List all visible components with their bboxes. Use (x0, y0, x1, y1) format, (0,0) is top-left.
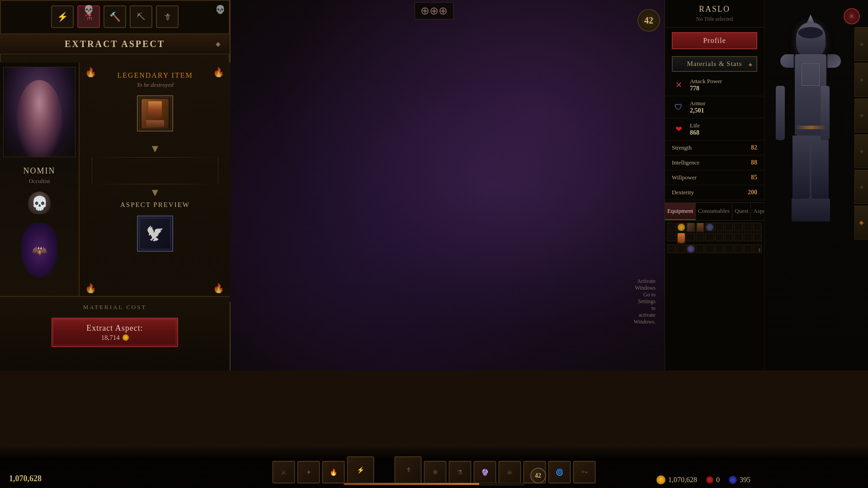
panel-diamond-icon: ◆ (216, 40, 221, 48)
skill-btn-5[interactable]: 🗡 (395, 456, 422, 483)
inv-cell-0-5[interactable] (715, 223, 724, 231)
willpower-value: 85 (751, 174, 757, 181)
inv-cell-2-4[interactable] (705, 244, 714, 253)
inv-cell-1-1[interactable] (677, 233, 685, 244)
profile-button[interactable]: Profile (672, 32, 757, 49)
bookmark-tabs: ◈ ◈ ◈ ◈ ◈ ◈ (854, 27, 868, 239)
armor-info: Armor 2,501 (690, 100, 757, 114)
tab-quest[interactable]: Quest (732, 203, 751, 220)
bookmark-1[interactable]: ◈ (854, 27, 868, 61)
inv-cell-0-9[interactable] (753, 223, 762, 231)
attack-power-label: Attack Power (690, 78, 757, 85)
activate-windows-text: Activate WindowsGo to Settings to activa… (633, 278, 656, 325)
bookmark-4[interactable]: ◈ (854, 134, 868, 168)
tab-equipment[interactable]: Equipment (665, 203, 696, 220)
leg-right (811, 136, 829, 199)
char-legs (793, 136, 829, 199)
boot-left (792, 199, 809, 221)
blood-icon (706, 476, 713, 483)
close-button[interactable]: × (844, 8, 860, 24)
skill-btn-12[interactable]: 🗝 (573, 461, 596, 483)
inv-cell-0-3[interactable] (696, 223, 704, 232)
bookmark-3[interactable]: ◈ (854, 99, 868, 132)
leg-left (793, 136, 810, 199)
inv-cell-1-8[interactable] (744, 233, 752, 241)
essence-icon (729, 476, 737, 484)
armor-row: 🛡 Armor 2,501 (665, 96, 764, 118)
inv-cell-2-2[interactable] (686, 244, 695, 253)
skill-btn-6[interactable]: ❄ (424, 461, 447, 483)
inv-cell-2-8[interactable] (744, 244, 752, 253)
extract-aspect-button[interactable]: Extract Aspect: 18,714 (52, 318, 178, 347)
skill-btn-9[interactable]: ☠ (499, 461, 521, 483)
bookmark-6-active[interactable]: ◈ (854, 206, 868, 239)
tab-consumables[interactable]: Consumables (696, 203, 732, 220)
bookmark-5[interactable]: ◈ (854, 170, 868, 204)
skill-btn-11[interactable]: 🌀 (548, 461, 571, 483)
legendary-item-slot[interactable] (137, 95, 173, 131)
inv-cell-1-3[interactable] (696, 233, 704, 241)
materials-stats-button[interactable]: Materials & Stats (672, 56, 757, 72)
player-level-badge: 42 (637, 9, 660, 32)
character-display-panel: ◈ ◈ ◈ ◈ ◈ ◈ (764, 0, 868, 371)
inv-cell-1-5[interactable] (715, 233, 724, 241)
ornament-line-top (92, 157, 218, 158)
inv-cell-0-2[interactable] (686, 223, 695, 232)
flame-tl: 🔥 (85, 67, 96, 78)
essence-amount: 395 (740, 476, 750, 484)
inv-cell-0-1[interactable] (677, 223, 685, 231)
aspect-preview-label: ASPECT PREVIEW (120, 201, 190, 209)
corner-skull-tr: 💀 (215, 5, 225, 14)
inv-cell-1-9[interactable] (753, 233, 762, 241)
inv-cell-0-8[interactable] (744, 223, 752, 231)
toolbar-craft-btn[interactable]: 🔨 (104, 5, 126, 28)
toolbar-socket-btn[interactable]: 🗡 (156, 5, 179, 28)
inv-cell-1-6[interactable] (725, 233, 733, 241)
toolbar-salvage-btn[interactable]: ⛏ (130, 5, 152, 28)
legendary-item-icon (142, 99, 169, 128)
inv-item-orb (678, 224, 685, 231)
skill-btn-8[interactable]: 🔮 (474, 461, 496, 483)
xp-bar (344, 483, 524, 485)
inv-cell-1-0[interactable] (667, 233, 676, 241)
attack-power-info: Attack Power 778 (690, 78, 757, 92)
inv-item-weapon (697, 223, 703, 231)
char-helmet (796, 23, 826, 56)
aspect-preview-slot[interactable] (137, 216, 173, 252)
inv-cell-2-6[interactable] (725, 244, 733, 253)
inv-cell-0-6[interactable] (725, 223, 733, 231)
char-shoulders (780, 54, 841, 136)
legendary-item-subtitle: To be destroyed (137, 81, 173, 89)
skill-btn-7[interactable]: ⚗ (449, 461, 472, 483)
life-info: Life 868 (690, 122, 757, 136)
inv-cell-1-4[interactable] (705, 233, 714, 241)
skill-btn-1[interactable]: ⚔ (273, 461, 295, 483)
inv-cell-2-0[interactable] (667, 244, 676, 253)
inv-cell-0-0[interactable] (667, 223, 676, 231)
extract-btn-label: Extract Aspect: (86, 324, 143, 333)
intelligence-value: 88 (751, 159, 757, 166)
skill-btn-3[interactable]: 🔥 (322, 461, 345, 483)
toolbar-enchant-btn[interactable]: ⚡ (51, 5, 74, 28)
inv-cell-1-2[interactable] (686, 233, 695, 241)
npc-ornament: 🦇 (21, 223, 57, 277)
intelligence-row: Intelligence 88 (665, 155, 764, 170)
player-title: No Title selected (672, 16, 757, 23)
intelligence-label: Intelligence (672, 159, 699, 166)
strength-label: Strength (672, 144, 692, 151)
flame-br: 🔥 (213, 283, 224, 294)
inv-cell-2-9[interactable]: 2 (753, 244, 762, 253)
inv-cell-2-7[interactable] (734, 244, 743, 253)
inventory-tabs: Equipment Consumables Quest Aspects (665, 202, 764, 221)
skill-btn-2[interactable]: ✦ (297, 461, 320, 483)
bookmark-2[interactable]: ◈ (854, 63, 868, 97)
inv-cell-0-7[interactable] (734, 223, 743, 231)
inv-cell-2-3[interactable] (696, 244, 704, 253)
inv-cell-2-5[interactable] (715, 244, 724, 253)
inv-cell-0-4[interactable] (705, 223, 714, 231)
strength-row: Strength 82 (665, 141, 764, 155)
life-icon: ❤ (672, 122, 685, 136)
skill-btn-4[interactable]: ⚡ (347, 456, 374, 483)
inv-cell-2-1[interactable] (677, 244, 685, 253)
inv-cell-1-7[interactable] (734, 233, 743, 241)
